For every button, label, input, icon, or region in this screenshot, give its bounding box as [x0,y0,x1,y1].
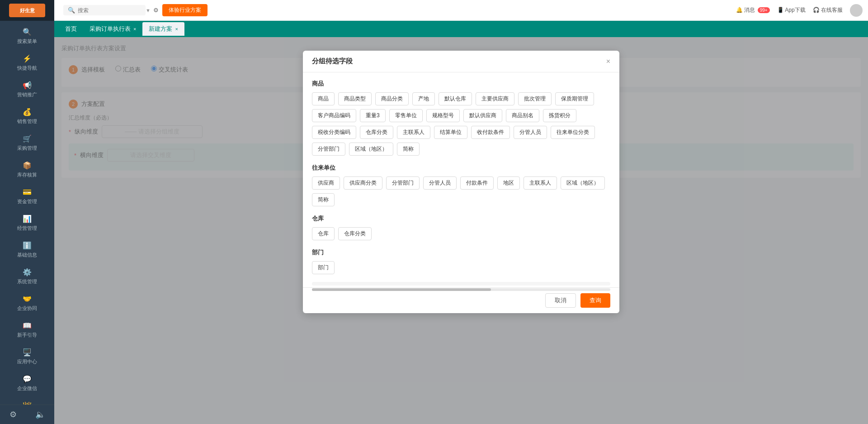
sidebar-label-6: 资金管理 [17,198,37,205]
sidebar: 好生意 🔍 搜索菜单 ⚡ 快捷导航 📢 营销推广 💰 销售管理 🛒 采购管理 📦… [0,0,54,424]
field-tag-0-7[interactable]: 保质期管理 [555,92,594,105]
field-tag-0-14[interactable]: 拣货积分 [543,109,576,122]
tab-label-0: 首页 [65,25,77,33]
sidebar-item-8[interactable]: ℹ️ 基础信息 [0,236,54,263]
field-tag-0-12[interactable]: 默认供应商 [463,109,502,122]
notification-item[interactable]: 🔔 消息 99+ [736,6,770,14]
sidebar-label-5: 库存核算 [17,172,37,178]
sidebar-item-5[interactable]: 📦 库存核算 [0,156,54,183]
audio-icon[interactable]: 🔈 [35,410,45,419]
nav-tab-0[interactable]: 首页 [59,22,83,36]
section-往来单位: 往来单位供应商供应商分类分管部门分管人员付款条件地区主联系人区域（地区）简称 [312,164,610,206]
field-tag-1-3[interactable]: 分管人员 [423,176,457,190]
cancel-button[interactable]: 取消 [545,293,576,308]
section-商品: 商品商品商品类型商品分类产地默认仓库主要供应商批次管理保质期管理客户商品编码重量… [312,80,610,156]
topbar-right: 🔔 消息 99+ 📱 App下载 🎧 在线客服 [736,4,863,17]
sidebar-icon-1: ⚡ [23,54,32,63]
field-tag-0-21[interactable]: 往来单位分类 [551,126,595,139]
sidebar-bottom: ⚙ 🔈 [0,405,54,424]
tab-close-1[interactable]: × [133,26,136,32]
service-item[interactable]: 🎧 在线客服 [813,6,843,14]
sidebar-item-4[interactable]: 🛒 采购管理 [0,129,54,156]
sidebar-item-7[interactable]: 📊 经营管理 [0,210,54,236]
field-tag-1-8[interactable]: 简称 [312,193,335,206]
sidebar-item-3[interactable]: 💰 销售管理 [0,103,54,129]
field-tag-2-0[interactable]: 仓库 [312,227,335,240]
field-tag-0-13[interactable]: 商品别名 [506,109,539,122]
confirm-button[interactable]: 查询 [580,293,610,308]
field-tag-3-0[interactable]: 部门 [312,261,335,274]
sidebar-item-1[interactable]: ⚡ 快捷导航 [0,49,54,76]
logo-badge: 好生意 [9,4,45,17]
sidebar-label-13: 企业微信 [17,385,37,392]
field-tag-1-1[interactable]: 供应商分类 [344,176,382,190]
sidebar-item-14[interactable]: 👑 畅会员 [0,396,54,405]
bell-icon: 🔔 [736,7,743,13]
field-tag-1-2[interactable]: 分管部门 [386,176,420,190]
field-tag-0-3[interactable]: 产地 [412,92,435,105]
sidebar-item-12[interactable]: 🖥️ 应用中心 [0,343,54,370]
sidebar-item-2[interactable]: 📢 营销推广 [0,76,54,103]
section-部门: 部门部门 [312,248,610,274]
sidebar-item-6[interactable]: 💳 资金管理 [0,183,54,210]
field-tag-0-5[interactable]: 主要供应商 [476,92,514,105]
sidebar-item-0[interactable]: 🔍 搜索菜单 [0,23,54,49]
settings-icon[interactable]: ⚙ [9,410,17,419]
field-tag-0-19[interactable]: 收付款条件 [471,126,510,139]
modal-close-btn[interactable]: × [606,57,610,66]
field-tag-0-23[interactable]: 区域（地区） [349,143,393,156]
field-tag-0-2[interactable]: 商品分类 [375,92,409,105]
field-tag-0-9[interactable]: 重量3 [360,109,386,122]
field-tag-0-1[interactable]: 商品类型 [338,92,372,105]
sidebar-icon-5: 📦 [23,161,32,170]
section-title-0: 商品 [312,80,610,88]
industry-btn[interactable]: 体验行业方案 [162,4,208,16]
sidebar-item-11[interactable]: 📖 新手引导 [0,316,54,343]
sidebar-icon-10: 🤝 [23,294,32,303]
sidebar-icon-2: 📢 [23,81,32,90]
field-tag-0-0[interactable]: 商品 [312,92,335,105]
sidebar-icon-8: ℹ️ [23,241,32,250]
field-tag-0-20[interactable]: 分管人员 [514,126,547,139]
sidebar-item-13[interactable]: 💬 企业微信 [0,370,54,396]
sidebar-icon-4: 🛒 [23,134,32,143]
modal-header: 分组待选字段 × [303,51,619,72]
nav-tab-1[interactable]: 采购订单执行表× [83,22,142,36]
sidebar-item-10[interactable]: 🤝 企业协同 [0,290,54,316]
field-tag-2-1[interactable]: 仓库分类 [338,227,372,240]
section-title-1: 往来单位 [312,164,610,172]
search-icon: 🔍 [68,7,75,14]
field-tag-0-10[interactable]: 零售单位 [389,109,423,122]
nav-tab-2[interactable]: 新建方案× [142,22,184,36]
sidebar-item-9[interactable]: ⚙️ 系统管理 [0,263,54,290]
settings-top-icon[interactable]: ⚙ [153,7,159,14]
headset-icon: 🎧 [813,7,820,13]
field-tag-0-22[interactable]: 分管部门 [312,143,345,156]
sidebar-label-2: 营销推广 [17,91,37,98]
field-tag-0-4[interactable]: 默认仓库 [439,92,472,105]
field-tag-0-24[interactable]: 简称 [397,143,420,156]
tab-close-2[interactable]: × [175,26,178,32]
field-tag-0-8[interactable]: 客户商品编码 [312,109,356,122]
download-item[interactable]: 📱 App下载 [777,6,806,14]
field-tag-1-5[interactable]: 地区 [497,176,520,190]
field-tag-0-18[interactable]: 结算单位 [434,126,467,139]
field-tag-1-4[interactable]: 付款条件 [460,176,494,190]
field-tag-1-6[interactable]: 主联系人 [524,176,557,190]
field-tag-1-0[interactable]: 供应商 [312,176,340,190]
avatar[interactable] [850,4,863,17]
notification-badge: 99+ [758,7,770,13]
field-tag-0-15[interactable]: 税收分类编码 [312,126,356,139]
field-select-modal: 分组待选字段 × 商品商品商品类型商品分类产地默认仓库主要供应商批次管理保质期管… [303,51,619,313]
field-tag-0-17[interactable]: 主联系人 [397,126,430,139]
field-tag-0-6[interactable]: 批次管理 [518,92,552,105]
dropdown-arrow[interactable]: ▼ [146,8,151,13]
section-仓库: 仓库仓库仓库分类 [312,214,610,240]
field-tag-0-16[interactable]: 仓库分类 [360,126,393,139]
search-input[interactable] [78,7,141,14]
sidebar-label-12: 应用中心 [17,358,37,365]
field-tag-1-7[interactable]: 区域（地区） [561,176,605,190]
service-label: 在线客服 [821,7,843,13]
section-title-3: 部门 [312,248,610,257]
field-tag-0-11[interactable]: 规格型号 [426,109,460,122]
